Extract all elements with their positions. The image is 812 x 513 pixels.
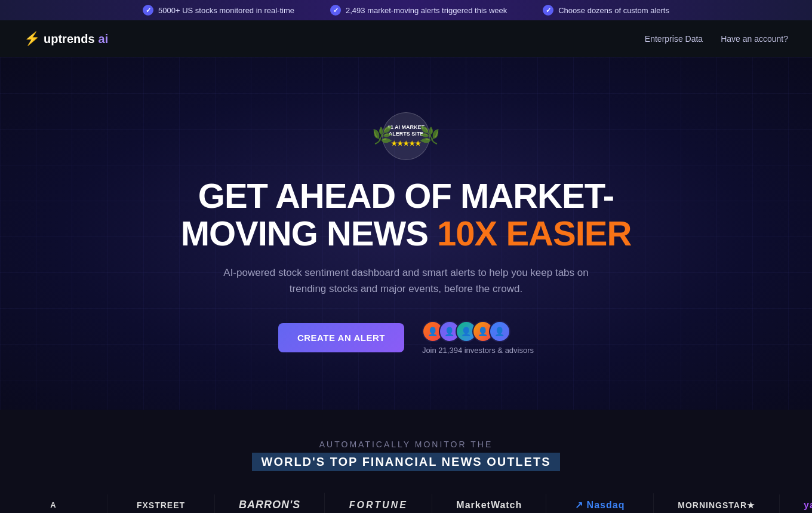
banner-text-3: Choose dozens of custom alerts xyxy=(558,6,669,15)
banner-item-3: Choose dozens of custom alerts xyxy=(543,5,669,16)
avatar-5: 👤 xyxy=(489,321,510,342)
outlets-row-1: A FXSTREET BARRON'S FORTUNE MarketWatch … xyxy=(0,493,812,513)
outlet-fxstreet: FXSTREET xyxy=(107,494,215,514)
award-line2: ALERTS SITE xyxy=(389,131,424,138)
logo[interactable]: ⚡ uptrends ai xyxy=(24,31,108,47)
check-icon-1 xyxy=(143,5,153,16)
award-stars: ★★★★★ xyxy=(391,139,421,148)
top-banner: 5000+ US stocks monitored in real-time 2… xyxy=(0,0,812,20)
outlets-section: AUTOMATICALLY MONITOR THE WORLD'S TOP FI… xyxy=(0,410,812,513)
hero-section: #1 AI MARKET ALERTS SITE ★★★★★ GET AHEAD… xyxy=(0,57,812,410)
outlet-fortune: FORTUNE xyxy=(325,494,432,514)
hero-cta-row: CREATE AN ALERT 👤 👤 👤 👤 👤 Join 21,394 in… xyxy=(278,321,534,355)
logo-icon: ⚡ xyxy=(24,31,40,47)
banner-item-1: 5000+ US stocks monitored in real-time xyxy=(143,5,294,16)
outlets-heading-top: AUTOMATICALLY MONITOR THE xyxy=(0,440,812,449)
nav-account[interactable]: Have an account? xyxy=(721,34,788,44)
social-proof-text: Join 21,394 investors & advisors xyxy=(422,346,534,355)
hero-title-part1: GET AHEAD OF MARKET- xyxy=(198,176,614,215)
outlet-barrons: BARRON'S xyxy=(215,493,325,513)
check-icon-3 xyxy=(543,5,553,16)
hero-subtitle: AI-powered stock sentiment dashboard and… xyxy=(215,265,597,297)
award-badge: #1 AI MARKET ALERTS SITE ★★★★★ xyxy=(382,112,430,160)
banner-text-1: 5000+ US stocks monitored in real-time xyxy=(158,6,294,15)
navigation: ⚡ uptrends ai Enterprise Data Have an ac… xyxy=(0,20,812,57)
outlets-heading-main: WORLD'S TOP FINANCIAL NEWS OUTLETS xyxy=(252,453,561,471)
outlet-marketwatch: MarketWatch xyxy=(432,494,546,514)
hero-title-highlight: 10X EASIER xyxy=(437,214,631,253)
outlets-row-1-container: A FXSTREET BARRON'S FORTUNE MarketWatch … xyxy=(0,493,812,513)
outlet-investor-a: A xyxy=(0,494,107,513)
create-alert-button[interactable]: CREATE AN ALERT xyxy=(278,323,404,352)
award-line1: #1 AI MARKET xyxy=(387,124,425,131)
outlet-yahoo: yahoo! finance xyxy=(780,494,812,514)
outlet-nasdaq: ↗ Nasdaq xyxy=(546,493,654,513)
avatars-row: 👤 👤 👤 👤 👤 xyxy=(422,321,510,342)
hero-title-part2: MOVING NEWS xyxy=(181,214,437,253)
award-badge-inner: #1 AI MARKET ALERTS SITE ★★★★★ xyxy=(382,112,430,160)
logo-ai-text: ai xyxy=(99,32,109,46)
social-proof: 👤 👤 👤 👤 👤 Join 21,394 investors & adviso… xyxy=(422,321,534,355)
nav-enterprise[interactable]: Enterprise Data xyxy=(645,34,703,44)
nav-links: Enterprise Data Have an account? xyxy=(645,34,788,44)
check-icon-2 xyxy=(330,5,341,16)
banner-item-2: 2,493 market-moving alerts triggered thi… xyxy=(330,5,507,16)
hero-title: GET AHEAD OF MARKET- MOVING NEWS 10X EAS… xyxy=(181,177,632,253)
banner-text-2: 2,493 market-moving alerts triggered thi… xyxy=(346,6,507,15)
outlets-heading: AUTOMATICALLY MONITOR THE WORLD'S TOP FI… xyxy=(0,440,812,471)
logo-text: uptrends xyxy=(44,32,95,46)
outlet-morningstar: MORNINGSTAR★ xyxy=(654,494,780,514)
